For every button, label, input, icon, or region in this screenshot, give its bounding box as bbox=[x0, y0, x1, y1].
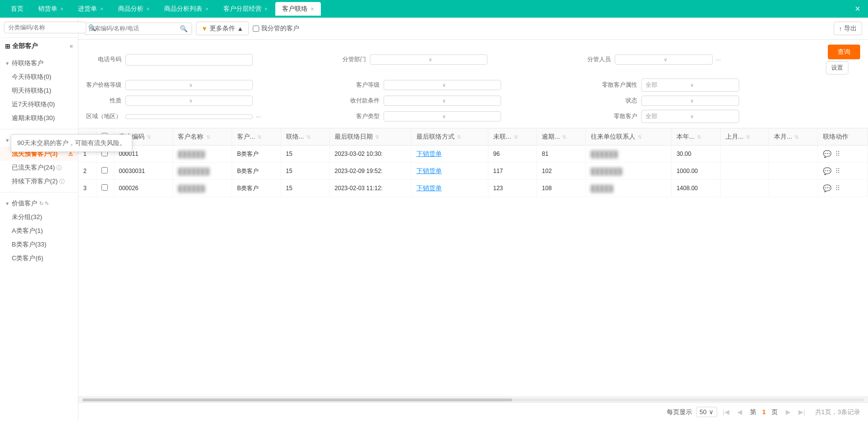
zero-customer-select[interactable]: 全部∨ bbox=[641, 110, 739, 123]
search-icon[interactable]: 🔍 bbox=[180, 25, 188, 32]
dept-select[interactable]: ∨ bbox=[370, 54, 487, 65]
window-close-button[interactable]: × bbox=[851, 4, 864, 14]
region-select[interactable] bbox=[125, 114, 253, 119]
all-customers-header[interactable]: ⊞ 全部客户 « bbox=[0, 38, 78, 54]
search-box: 🔍 bbox=[84, 23, 192, 35]
row1-last-method-link[interactable]: 下销货单 bbox=[416, 150, 442, 157]
th-this-month: 本月... ⇅ bbox=[769, 128, 818, 146]
my-customers-checkbox[interactable] bbox=[253, 25, 259, 32]
zero-attr-select[interactable]: 全部∨ bbox=[641, 78, 739, 92]
sidebar-item-overdue[interactable]: 逾期未联络(30) bbox=[0, 111, 78, 125]
tab-close-product-analysis[interactable]: × bbox=[146, 6, 149, 12]
sort-icon-unlink[interactable]: ⇅ bbox=[514, 134, 518, 140]
table-row: 2 00030031 ███████ B类客户 15 2023-02-09 19… bbox=[78, 163, 868, 180]
first-page-button[interactable]: |◀ bbox=[721, 407, 731, 417]
search-input[interactable] bbox=[89, 25, 180, 32]
group-title-pending[interactable]: ▼ 待联络客户 bbox=[0, 56, 78, 70]
row2-last-method-link[interactable]: 下销货单 bbox=[416, 167, 442, 174]
scrollbar-thumb[interactable] bbox=[82, 398, 512, 401]
category-search-icon[interactable]: 🔍 bbox=[88, 24, 96, 31]
sort-icon-method[interactable]: ⇅ bbox=[457, 134, 461, 140]
status-select[interactable]: ∨ bbox=[641, 96, 739, 106]
page-label: 第 bbox=[750, 408, 756, 417]
tab-product-analysis[interactable]: 商品分析 × bbox=[111, 2, 156, 16]
last-page-button[interactable]: ▶| bbox=[796, 407, 807, 417]
row1-this-month bbox=[769, 146, 818, 163]
sidebar-item-declining[interactable]: 持续下滑客户(2) ⓘ bbox=[0, 174, 78, 188]
filter-field-customer-type: 客户类型 ∨ bbox=[344, 111, 603, 122]
sort-icon-last-month[interactable]: ⇅ bbox=[746, 134, 750, 140]
sidebar-item-class-c[interactable]: C类客户(6) bbox=[0, 251, 78, 265]
sort-icon-name[interactable]: ⇅ bbox=[206, 134, 210, 140]
tab-close-customer-layer[interactable]: × bbox=[265, 6, 267, 12]
th-contact-person: 往来单位联系人 ⇅ bbox=[585, 128, 671, 146]
export-button[interactable]: ↑ 导出 bbox=[834, 22, 863, 35]
row1-chat-icon[interactable]: 💬 bbox=[823, 150, 831, 158]
row2-chat-icon[interactable]: 💬 bbox=[823, 167, 831, 175]
sidebar-item-today[interactable]: 今天待联络(0) bbox=[0, 70, 78, 84]
row3-last-month bbox=[720, 180, 769, 197]
gender-select[interactable]: ∨ bbox=[125, 96, 253, 106]
row2-more-icon[interactable]: ⠿ bbox=[835, 167, 840, 175]
row3-chat-icon[interactable]: 💬 bbox=[823, 184, 831, 192]
sort-icon-this-month[interactable]: ⇅ bbox=[795, 134, 798, 140]
th-level: 客户... ⇅ bbox=[232, 128, 281, 146]
tab-close-customer-contact[interactable]: × bbox=[311, 6, 313, 12]
tab-home[interactable]: 首页 bbox=[4, 2, 30, 16]
edit-icon[interactable]: ✎ bbox=[45, 200, 49, 207]
tab-close-purchase[interactable]: × bbox=[100, 6, 103, 12]
region-dots[interactable]: ··· bbox=[253, 113, 264, 120]
row3-select[interactable] bbox=[101, 184, 108, 191]
page-size-select[interactable]: 50 ∨ bbox=[696, 407, 717, 417]
sort-icon-contact-person[interactable]: ⇅ bbox=[638, 134, 642, 140]
tab-close-sales[interactable]: × bbox=[60, 6, 63, 12]
tab-product-list[interactable]: 商品分析列表 × bbox=[157, 2, 215, 16]
th-unlink: 未联... ⇅ bbox=[488, 128, 537, 146]
category-search-input[interactable] bbox=[4, 22, 86, 33]
staff-select[interactable]: ∨ bbox=[615, 54, 713, 65]
more-conditions-button[interactable]: ▼ 更多条件 ▲ bbox=[196, 22, 249, 35]
tab-purchase[interactable]: 进货单 × bbox=[71, 2, 110, 16]
sidebar-item-tomorrow[interactable]: 明天待联络(1) bbox=[0, 84, 78, 98]
row1-action: 💬 ⠿ bbox=[818, 146, 868, 163]
next-page-button[interactable]: ▶ bbox=[784, 407, 793, 417]
sort-icon-code[interactable]: ⇅ bbox=[147, 134, 151, 140]
sort-icon-overdue[interactable]: ⇅ bbox=[562, 134, 566, 140]
row3-code: 000026 bbox=[114, 180, 173, 197]
row3-more-icon[interactable]: ⠿ bbox=[835, 184, 840, 192]
row1-last-method: 下销货单 bbox=[411, 146, 488, 163]
customer-level-select[interactable]: ∨ bbox=[384, 80, 501, 90]
sort-icon-level[interactable]: ⇅ bbox=[258, 134, 262, 140]
tab-close-product-list[interactable]: × bbox=[205, 6, 208, 12]
row1-contact-count: 15 bbox=[281, 146, 330, 163]
customer-type-select[interactable]: ∨ bbox=[384, 111, 501, 122]
filter-icon: ▼ bbox=[201, 25, 208, 32]
tab-sales[interactable]: 销货单 × bbox=[31, 2, 70, 16]
group-title-value[interactable]: ▼ 价值客户 ↻ ✎ bbox=[0, 197, 78, 210]
tab-customer-contact[interactable]: 客户联络 × bbox=[275, 2, 320, 16]
sort-icon-date[interactable]: ⇅ bbox=[375, 134, 379, 140]
tab-customer-layer[interactable]: 客户分层经营 × bbox=[217, 2, 274, 16]
row1-more-icon[interactable]: ⠿ bbox=[835, 150, 840, 158]
horizontal-scrollbar[interactable] bbox=[78, 396, 868, 402]
settings-button[interactable]: 设置 bbox=[826, 61, 848, 74]
sort-icon-this-year[interactable]: ⇅ bbox=[697, 134, 701, 140]
price-level-select[interactable]: ∨ bbox=[125, 80, 253, 90]
phone-input[interactable] bbox=[125, 54, 253, 66]
row2-select[interactable] bbox=[101, 167, 108, 173]
row2-contact-person: ███████ bbox=[585, 163, 671, 180]
sort-icon-contact[interactable]: ⇅ bbox=[307, 134, 311, 140]
tab-bar: 首页 销货单 × 进货单 × 商品分析 × 商品分析列表 × 客户分层经营 × … bbox=[0, 0, 868, 18]
sidebar-item-unclassified[interactable]: 未分组(32) bbox=[0, 210, 78, 224]
sidebar-item-churned[interactable]: 已流失客户(24) ⓘ bbox=[0, 161, 78, 174]
row3-last-method-link[interactable]: 下销货单 bbox=[416, 184, 442, 192]
collapse-icon[interactable]: « bbox=[70, 43, 73, 50]
sidebar-item-7days[interactable]: 近7天待联络(0) bbox=[0, 98, 78, 111]
query-button[interactable]: 查询 bbox=[828, 45, 860, 59]
refresh-icon[interactable]: ↻ bbox=[39, 200, 44, 207]
payment-select[interactable]: ∨ bbox=[384, 96, 501, 106]
staff-dots[interactable]: ··· bbox=[713, 56, 724, 63]
sidebar-item-class-a[interactable]: A类客户(1) bbox=[0, 224, 78, 238]
prev-page-button[interactable]: ◀ bbox=[735, 407, 744, 417]
sidebar-item-class-b[interactable]: B类客户(33) bbox=[0, 238, 78, 251]
